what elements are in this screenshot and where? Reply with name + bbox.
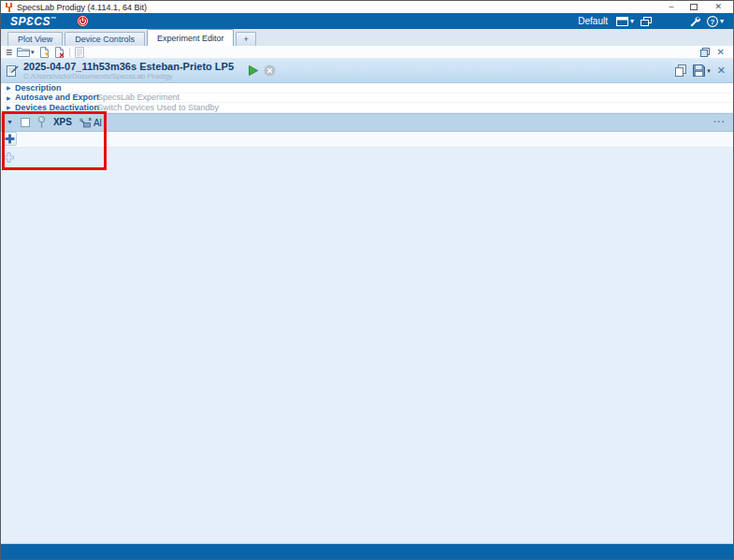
collapse-arrow-icon[interactable]: ▼ xyxy=(7,119,13,125)
section-autosave-export[interactable]: ▶ Autosave and Export SpecsLab Experimen… xyxy=(1,93,733,104)
open-dropdown-arrow-icon[interactable]: ▾ xyxy=(31,49,35,56)
new-experiment-button[interactable] xyxy=(39,47,50,58)
expand-arrow-icon[interactable]: ▶ xyxy=(7,94,15,101)
section-description[interactable]: ▶ Description xyxy=(1,83,733,93)
add-item-row xyxy=(1,132,733,148)
group-options-ellipsis[interactable]: ··· xyxy=(713,119,726,126)
pane-controls: ✕ xyxy=(700,48,728,57)
tools-wrench-icon[interactable] xyxy=(689,16,700,27)
editor-toolbar: ≡ ▾ xyxy=(1,46,733,59)
experiment-content-area xyxy=(1,148,733,544)
restore-window-button[interactable] xyxy=(690,4,698,10)
anode-label: Al xyxy=(94,118,102,128)
group-checkbox[interactable] xyxy=(21,118,30,127)
experiment-title: 2025-04-07_11h53m36s Esteban-Prieto LP5 xyxy=(23,61,234,72)
titlebar: SpecsLab Prodigy (4.114.1, 64 Bit) – ✕ xyxy=(1,1,733,13)
appbar-right-controls: Default ▾ ? ▾ xyxy=(578,16,724,27)
cascade-windows-icon[interactable] xyxy=(640,17,652,26)
xray-source-icon: x xyxy=(79,116,93,128)
report-document-button[interactable] xyxy=(75,47,84,58)
add-item-button[interactable] xyxy=(3,132,17,146)
save-dropdown-arrow-icon[interactable]: ▾ xyxy=(707,67,711,75)
perspective-selector-label[interactable]: Default xyxy=(578,16,608,26)
svg-text:?: ? xyxy=(711,17,715,25)
add-item-ghost-button[interactable] xyxy=(3,151,17,165)
toolbar-separator xyxy=(69,48,70,57)
experiment-info: 2025-04-07_11h53m36s Esteban-Prieto LP5 … xyxy=(23,61,234,80)
power-standby-button[interactable] xyxy=(77,15,89,27)
experiment-row: 2025-04-07_11h53m36s Esteban-Prieto LP5 … xyxy=(1,59,733,83)
xray-source: x Al xyxy=(79,116,102,128)
expand-arrow-icon[interactable]: ▶ xyxy=(7,104,15,110)
experiment-edit-icon xyxy=(7,65,19,78)
tab-device-controls[interactable]: Device Controls xyxy=(65,32,145,46)
experiment-path: C:/Users/victo/Documents/SpecsLab Prodig… xyxy=(23,72,234,80)
menu-hamburger-icon[interactable]: ≡ xyxy=(6,48,12,57)
open-experiment-button[interactable]: ▾ xyxy=(17,47,35,57)
specs-logo: SPƐCS™ xyxy=(10,15,56,28)
tab-bar: Plot View Device Controls Experiment Edi… xyxy=(1,29,733,46)
status-bar xyxy=(1,543,733,559)
method-label: XPS xyxy=(53,117,72,127)
section-devices-deactivation[interactable]: ▶ Devices Deactivation Switch Devices Us… xyxy=(1,103,733,113)
close-pane-icon[interactable]: ✕ xyxy=(717,48,725,57)
close-experiment-x-icon[interactable]: ✕ xyxy=(717,65,726,77)
window-controls: – ✕ xyxy=(669,3,729,11)
help-button[interactable]: ? ▾ xyxy=(707,16,724,27)
copy-experiment-icon[interactable] xyxy=(675,65,686,77)
pin-icon[interactable] xyxy=(37,116,46,128)
run-experiment-button[interactable] xyxy=(247,65,259,77)
window-title: SpecsLab Prodigy (4.114.1, 64 Bit) xyxy=(17,3,147,12)
app-icon xyxy=(5,3,13,12)
float-pane-icon[interactable] xyxy=(700,48,710,57)
close-window-button[interactable]: ✕ xyxy=(714,3,722,11)
tab-experiment-editor[interactable]: Experiment Editor xyxy=(147,29,235,46)
app-window: SpecsLab Prodigy (4.114.1, 64 Bit) – ✕ S… xyxy=(0,0,734,560)
tab-add-new[interactable]: + xyxy=(236,32,255,46)
app-bar: SPƐCS™ Default ▾ xyxy=(1,13,733,29)
experiment-run-controls xyxy=(247,65,276,77)
minimize-button[interactable]: – xyxy=(669,3,673,11)
experiment-file-controls: ▾ ✕ xyxy=(675,65,726,77)
save-experiment-button[interactable]: ▾ xyxy=(693,65,711,77)
xps-group-header: ▼ XPS x Al ··· xyxy=(1,113,733,132)
close-experiment-button[interactable] xyxy=(54,47,65,58)
svg-text:x: x xyxy=(88,116,92,122)
perspective-layout-icon[interactable]: ▾ xyxy=(616,17,634,26)
abort-experiment-button[interactable] xyxy=(264,65,276,77)
expand-arrow-icon[interactable]: ▶ xyxy=(7,84,15,91)
tab-plot-view[interactable]: Plot View xyxy=(7,32,63,46)
